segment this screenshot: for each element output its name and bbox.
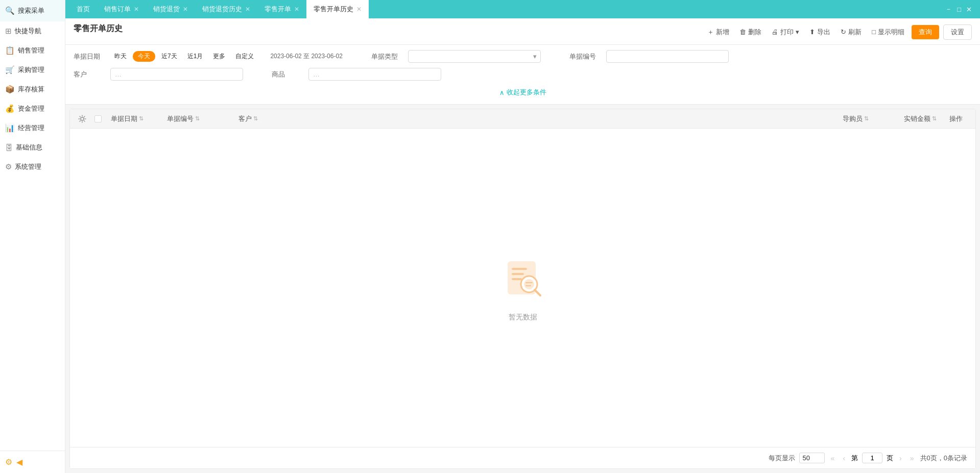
customer-filter-input[interactable]: …: [110, 68, 243, 81]
tab-home-label: 首页: [77, 5, 90, 14]
date-btn-today[interactable]: 今天: [133, 51, 155, 62]
per-page-select[interactable]: 50 10 20 100: [799, 453, 825, 463]
goods-filter-input[interactable]: …: [308, 68, 441, 81]
filter-row-1: 单据日期 昨天 今天 近7天 近1月 更多 自定义 2023-06-02 至 2…: [74, 50, 972, 63]
basic-info-icon: 🗄: [5, 143, 13, 152]
tab-retail-open-history[interactable]: 零售开单历史 ✕: [306, 0, 369, 18]
settings-label: 设置: [951, 28, 964, 37]
sidebar-item-label: 经营管理: [18, 123, 44, 133]
sidebar-item-basic-info[interactable]: 🗄 基础信息: [0, 138, 65, 157]
tab-retail-open-label: 零售开单: [265, 5, 291, 14]
customer-sort-icon: ⇅: [253, 115, 258, 122]
filter-area: 单据日期 昨天 今天 近7天 近1月 更多 自定义 2023-06-02 至 2…: [65, 45, 980, 105]
type-filter-select[interactable]: [408, 50, 541, 63]
th-amount-label: 实销金额: [904, 114, 930, 123]
th-customer[interactable]: 客户 ⇅: [234, 114, 839, 123]
date-btn-last7[interactable]: 近7天: [157, 51, 181, 62]
th-date-label: 单据日期: [111, 114, 137, 123]
display-detail-button[interactable]: □ 显示明细: [869, 26, 907, 39]
checkbox-icon: □: [872, 28, 876, 36]
filter-row-2: 客户 … 商品 …: [74, 68, 972, 81]
export-label: 导出: [817, 28, 830, 37]
refresh-button[interactable]: ↻ 刷新: [838, 26, 865, 39]
collapse-sidebar-icon[interactable]: ◀: [16, 457, 22, 467]
inventory-icon: 📦: [5, 85, 15, 94]
collapse-icon: ∧: [499, 89, 505, 96]
tab-sales-return-history[interactable]: 销货退货历史 ✕: [195, 0, 257, 18]
delete-button[interactable]: 🗑 删除: [736, 26, 764, 39]
window-maximize[interactable]: □: [957, 6, 961, 13]
settings-button[interactable]: 设置: [943, 24, 972, 40]
print-button[interactable]: 🖨 打印 ▾: [769, 26, 802, 39]
date-btn-yesterday[interactable]: 昨天: [110, 51, 131, 62]
num-filter-input[interactable]: [606, 50, 729, 63]
sidebar-item-quick-nav[interactable]: ⊞ 快捷导航: [0, 21, 65, 41]
query-button[interactable]: 查询: [912, 25, 939, 39]
tab-sales-return-close[interactable]: ✕: [183, 6, 188, 13]
window-controls: － □ ✕: [945, 5, 976, 14]
empty-text: 暂无数据: [509, 313, 537, 322]
tab-sales-return-history-label: 销货退货历史: [202, 5, 242, 14]
th-num[interactable]: 单据编号 ⇅: [163, 114, 234, 123]
tab-home[interactable]: 首页: [69, 0, 97, 18]
sidebar-item-finance[interactable]: 💰 资金管理: [0, 99, 65, 118]
sys-icon: ⚙: [5, 162, 12, 171]
th-action: 操作: [941, 114, 971, 123]
quick-nav-icon: ⊞: [5, 27, 12, 36]
page-label: 第: [851, 454, 858, 463]
sidebar-item-label: 库存核算: [18, 85, 44, 94]
tab-sales-return-label: 销货退货: [153, 5, 180, 14]
per-page-select-wrap: 50 10 20 100: [799, 453, 825, 463]
date-btn-more[interactable]: 更多: [209, 51, 229, 62]
table-container: 单据日期 ⇅ 单据编号 ⇅ 客户 ⇅ 导购员 ⇅ 实销金额 ⇅: [69, 109, 976, 469]
tab-sales-return-history-close[interactable]: ✕: [245, 6, 250, 13]
date-btn-last1m[interactable]: 近1月: [183, 51, 207, 62]
add-icon: ＋: [707, 28, 714, 37]
th-settings[interactable]: [74, 115, 90, 123]
tab-retail-open[interactable]: 零售开单 ✕: [257, 0, 306, 18]
collapse-button[interactable]: ∧ 收起更多条件: [499, 86, 546, 99]
tab-retail-open-close[interactable]: ✕: [294, 6, 299, 13]
next-page-button[interactable]: ›: [897, 453, 904, 463]
export-icon: ⬆: [809, 28, 815, 36]
amount-sort-icon: ⇅: [932, 115, 937, 122]
date-btn-custom[interactable]: 自定义: [231, 51, 258, 62]
sidebar-item-sys-mgmt[interactable]: ⚙ 系统管理: [0, 157, 65, 177]
th-check[interactable]: [90, 115, 107, 122]
tab-sales-order[interactable]: 销售订单 ✕: [97, 0, 146, 18]
prev-page-button[interactable]: ‹: [841, 453, 847, 463]
sidebar-item-sales-mgmt[interactable]: 📋 销售管理: [0, 41, 65, 60]
page-input[interactable]: [862, 453, 882, 463]
window-close[interactable]: ✕: [966, 6, 972, 13]
tab-sales-order-close[interactable]: ✕: [134, 6, 139, 13]
add-button[interactable]: ＋ 新增: [704, 26, 732, 39]
ops-icon: 📊: [5, 123, 15, 133]
first-page-button[interactable]: «: [829, 453, 837, 463]
tab-sales-return[interactable]: 销货退货 ✕: [146, 0, 195, 18]
settings-icon[interactable]: ⚙: [5, 457, 12, 467]
delete-icon: 🗑: [739, 28, 746, 36]
tab-retail-open-history-close[interactable]: ✕: [356, 6, 362, 13]
svg-point-0: [81, 117, 84, 120]
sidebar-item-inventory[interactable]: 📦 库存核算: [0, 80, 65, 99]
last-page-button[interactable]: »: [908, 453, 916, 463]
th-amount[interactable]: 实销金额 ⇅: [890, 114, 941, 123]
svg-rect-2: [512, 268, 527, 270]
sidebar-item-ops[interactable]: 📊 经营管理: [0, 118, 65, 138]
th-customer-label: 客户: [238, 114, 252, 123]
goods-placeholder: …: [313, 70, 320, 78]
sidebar-search[interactable]: 🔍 搜索采单: [0, 0, 65, 21]
total-info: 共0页，0条记录: [920, 454, 967, 463]
th-guide[interactable]: 导购员 ⇅: [839, 114, 890, 123]
sidebar-item-purchase-mgmt[interactable]: 🛒 采购管理: [0, 60, 65, 80]
svg-point-6: [524, 279, 534, 289]
date-range-display: 2023-06-02 至 2023-06-02: [270, 52, 342, 61]
window-minimize[interactable]: －: [945, 5, 952, 14]
collapse-label: 收起更多条件: [507, 88, 546, 97]
th-date[interactable]: 单据日期 ⇅: [107, 114, 163, 123]
top-nav: 首页 销售订单 ✕ 销货退货 ✕ 销货退货历史 ✕ 零售开单 ✕ 零售开单历史 …: [65, 0, 980, 18]
select-all-checkbox[interactable]: [94, 115, 102, 122]
toolbar: ＋ 新增 🗑 删除 🖨 打印 ▾ ⬆ 导出 ↻ 刷新: [704, 24, 972, 40]
date-sort-icon: ⇅: [139, 115, 144, 122]
export-button[interactable]: ⬆ 导出: [806, 26, 833, 39]
